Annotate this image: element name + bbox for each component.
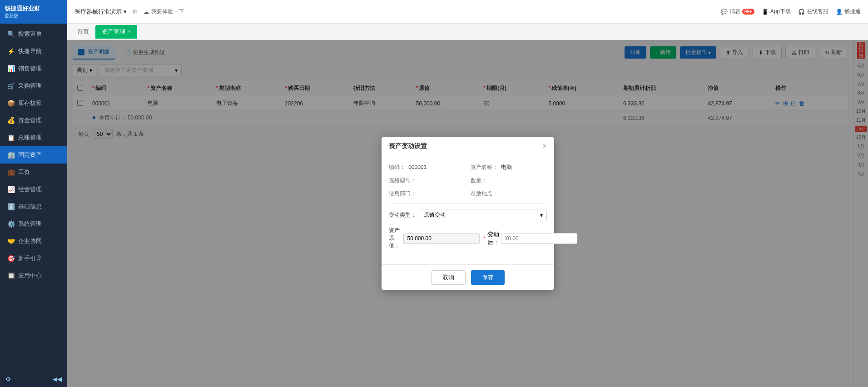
sidebar-label: 新手引导 xyxy=(18,254,42,263)
modal-code-field: 编码： 000001 xyxy=(389,164,465,171)
sidebar-item-企业协同[interactable]: 🤝企业协同 xyxy=(0,233,67,250)
sidebar-item-销售管理[interactable]: 📊销售管理 xyxy=(0,60,67,77)
sidebar-label: 企业协同 xyxy=(18,237,42,245)
modal-original-value-row: 资产原值： * 变动后： xyxy=(389,227,547,250)
modal-divider xyxy=(389,203,547,203)
modal-location-field: 存放地点： xyxy=(471,190,547,198)
after-value-input[interactable] xyxy=(501,233,577,244)
settings-icon-topbar[interactable]: ⚙ xyxy=(132,8,138,15)
change-type-select[interactable]: 原值变动 ▾ xyxy=(420,209,547,221)
modal-body: 编码： 000001 资产名称： 电脑 规格型号： 数量： xyxy=(382,156,554,264)
sidebar-item-总账管理[interactable]: 📋总账管理 xyxy=(0,129,67,146)
sidebar-icon: 💰 xyxy=(7,117,15,124)
sidebar-icon: ⚡ xyxy=(7,48,15,55)
modal-close-button[interactable]: × xyxy=(542,142,546,150)
sidebar-item-应用中心[interactable]: 🔲应用中心 xyxy=(0,267,67,284)
modal-row-3: 使用部门： 存放地点： xyxy=(389,190,547,198)
sidebar-icon: 🔍 xyxy=(7,30,15,38)
sidebar-icon: ⚙️ xyxy=(7,220,15,228)
modal-row-2: 规格型号： 数量： xyxy=(389,177,547,184)
modal-overlay: 资产变动设置 × 编码： 000001 资产名称： 电脑 xyxy=(67,40,868,387)
sidebar-item-采购管理[interactable]: 🛒采购管理 xyxy=(0,77,67,94)
sidebar-item-基础信息[interactable]: ℹ️基础信息 xyxy=(0,198,67,215)
sidebar-icon: 📋 xyxy=(7,134,15,141)
app-edition: 普及版 xyxy=(5,13,40,19)
sidebar-label: 搜索菜单 xyxy=(18,30,42,38)
company-name[interactable]: 医疗器械行业演示 ▾ xyxy=(74,8,127,16)
modal-change-type-row: 变动类型： 原值变动 ▾ xyxy=(389,209,547,221)
change-type-dropdown-icon: ▾ xyxy=(540,212,543,218)
modal-dept-field: 使用部门： xyxy=(389,190,465,198)
required-star: * xyxy=(483,235,486,242)
message-button[interactable]: 💬 消息 99+ xyxy=(721,8,754,15)
sidebar-icon: ℹ️ xyxy=(7,203,15,210)
save-button[interactable]: 保存 xyxy=(471,270,505,285)
sidebar-item-工资[interactable]: 💼工资 xyxy=(0,164,67,181)
topbar: 医疗器械行业演示 ▾ ⚙ ☁ 我要体验一下 💬 消息 99+ 📱 App下载 🎧… xyxy=(67,0,868,24)
sidebar-item-系统管理[interactable]: ⚙️系统管理 xyxy=(0,215,67,233)
sidebar-icon: 📈 xyxy=(7,186,15,193)
sidebar-item-资金管理[interactable]: 💰资金管理 xyxy=(0,112,67,129)
message-icon: 💬 xyxy=(721,9,728,15)
service-icon: 🎧 xyxy=(798,9,805,15)
sidebar: 畅捷通好业财 普及版 🔍搜索菜单⚡快捷导航📊销售管理🛒采购管理📦库存核算💰资金管… xyxy=(0,0,67,387)
sidebar-label: 应用中心 xyxy=(18,272,42,280)
modal-header: 资产变动设置 × xyxy=(382,137,554,156)
modal-footer: 取消 保存 xyxy=(382,264,554,290)
sidebar-icon: 🎯 xyxy=(7,255,15,262)
sidebar-icon: 💼 xyxy=(7,169,15,176)
tab-home[interactable]: 首页 xyxy=(71,25,95,39)
sidebar-label: 快捷导航 xyxy=(18,47,42,55)
sidebar-footer: ⚙ ◀◀ xyxy=(0,371,67,387)
sidebar-label: 资金管理 xyxy=(18,116,42,124)
cancel-button[interactable]: 取消 xyxy=(431,270,466,285)
topbar-actions: 💬 消息 99+ 📱 App下载 🎧 在线客服 👤 畅捷通 xyxy=(721,8,861,15)
tab-close-icon[interactable]: × xyxy=(128,29,131,34)
original-value-input[interactable] xyxy=(403,233,480,244)
sidebar-label: 系统管理 xyxy=(18,220,42,228)
collapse-icon[interactable]: ◀◀ xyxy=(53,376,62,382)
sidebar-item-快捷导航[interactable]: ⚡快捷导航 xyxy=(0,43,67,60)
settings-icon[interactable]: ⚙ xyxy=(5,376,11,382)
sidebar-nav: 🔍搜索菜单⚡快捷导航📊销售管理🛒采购管理📦库存核算💰资金管理📋总账管理🏢固定资产… xyxy=(0,24,67,371)
user-icon: 👤 xyxy=(836,9,843,15)
message-badge: 99+ xyxy=(742,9,754,15)
sidebar-label: 销售管理 xyxy=(18,64,42,73)
modal-row-1: 编码： 000001 资产名称： 电脑 xyxy=(389,164,547,171)
modal-quantity-field: 数量： xyxy=(471,177,547,184)
sidebar-label: 固定资产 xyxy=(18,151,42,159)
sidebar-label: 库存核算 xyxy=(18,99,42,107)
sidebar-icon: 🛒 xyxy=(7,82,15,89)
asset-change-modal: 资产变动设置 × 编码： 000001 资产名称： 电脑 xyxy=(382,137,554,290)
content-area: 资产明细 📄 变更生成凭证 对账 + 新增 批量操作 ▾ ⬆ 导入 xyxy=(67,40,868,387)
user-button[interactable]: 👤 畅捷通 xyxy=(836,8,861,15)
sidebar-icon: 🔲 xyxy=(7,272,15,279)
modal-after-value-container: * 变动后： xyxy=(483,230,577,247)
sidebar-label: 总账管理 xyxy=(18,134,42,142)
tab-asset-management[interactable]: 资产管理 × xyxy=(95,25,137,39)
sidebar-item-库存核算[interactable]: 📦库存核算 xyxy=(0,94,67,112)
sidebar-icon: 🤝 xyxy=(7,238,15,245)
sidebar-icon: 📊 xyxy=(7,65,15,72)
sidebar-icon: 🏢 xyxy=(7,151,15,159)
modal-title: 资产变动设置 xyxy=(389,142,427,150)
app-name: 畅捷通好业财 xyxy=(5,5,40,13)
sidebar-icon: 📦 xyxy=(7,99,15,107)
modal-name-field: 资产名称： 电脑 xyxy=(471,164,547,171)
company-dropdown-icon[interactable]: ▾ xyxy=(124,8,127,15)
app-download-button[interactable]: 📱 App下载 xyxy=(762,8,791,15)
sidebar-logo: 畅捷通好业财 普及版 xyxy=(0,0,67,24)
try-button[interactable]: ☁ 我要体验一下 xyxy=(143,8,184,15)
sidebar-item-固定资产[interactable]: 🏢固定资产 xyxy=(0,146,67,164)
sidebar-label: 采购管理 xyxy=(18,82,42,90)
sidebar-label: 基础信息 xyxy=(18,203,42,211)
sidebar-item-经营管理[interactable]: 📈经营管理 xyxy=(0,181,67,198)
online-service-button[interactable]: 🎧 在线客服 xyxy=(798,8,828,15)
main-content: 医疗器械行业演示 ▾ ⚙ ☁ 我要体验一下 💬 消息 99+ 📱 App下载 🎧… xyxy=(67,0,868,387)
tabs: 首页 资产管理 × xyxy=(67,24,868,40)
sidebar-label: 经营管理 xyxy=(18,185,42,194)
sidebar-item-新手引导[interactable]: 🎯新手引导 xyxy=(0,250,67,267)
download-icon: 📱 xyxy=(762,9,769,15)
sidebar-item-搜索菜单[interactable]: 🔍搜索菜单 xyxy=(0,25,67,43)
sidebar-label: 工资 xyxy=(18,168,30,176)
